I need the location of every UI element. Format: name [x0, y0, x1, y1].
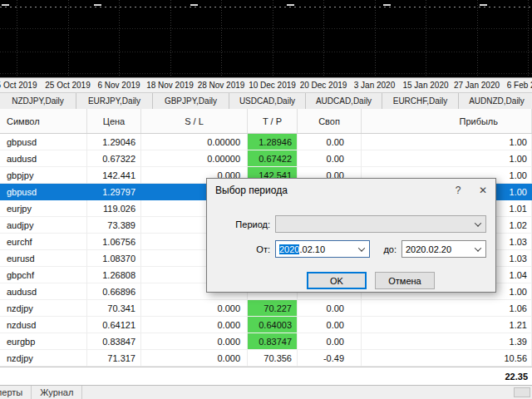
from-date-value: 2020.02.10	[276, 244, 325, 254]
selected-text: 2020	[279, 244, 299, 254]
axis-date-label: 6 Feb 2020	[507, 81, 532, 90]
from-date-rest: .02.10	[299, 244, 325, 254]
chart-period-tick	[480, 4, 487, 6]
table-row[interactable]: nzdjpy71.3170.00070.356-0.4910.56	[0, 350, 532, 367]
chart-gridline-vertical	[221, 0, 222, 77]
cell-symbol: nzdjpy	[0, 300, 87, 317]
price-chart[interactable]	[0, 0, 532, 77]
chart-gridline-vertical	[375, 0, 376, 77]
cell-symbol: gbpchf	[0, 267, 87, 283]
cell-profit: 10.56	[362, 350, 532, 367]
cell-price: 1.29046	[87, 134, 141, 150]
cell-price: 70.341	[87, 300, 141, 317]
dialog-titlebar[interactable]: Выбор периода ? ✕	[207, 179, 495, 201]
help-icon[interactable]: ?	[446, 179, 470, 201]
chart-tab[interactable]: USDCAD,Daily	[229, 93, 306, 109]
cell-swap: 0.00	[298, 333, 362, 350]
column-header-profit[interactable]: Прибыль	[362, 109, 532, 133]
axis-date-label: 5 Oct 2019	[0, 81, 37, 90]
column-header-sl[interactable]: S / L	[141, 109, 248, 133]
chart-gridline-horizontal	[0, 52, 532, 52]
chevron-down-icon[interactable]	[471, 242, 485, 256]
positions-table-header: СимволЦенаS / LT / PСвопПрибыль	[0, 109, 532, 134]
chart-gridline-horizontal	[0, 7, 532, 7]
cell-symbol: eurusd	[0, 250, 87, 267]
table-row[interactable]: nzdusd0.641210.0000.640030.001.21	[0, 317, 532, 333]
cell-price: 119.026	[87, 200, 141, 217]
cell-sl: 0.000	[141, 317, 248, 333]
axis-date-label: 27 Jan 2020	[454, 81, 500, 90]
table-row[interactable]: audusd0.673220.000000.674220.001.00	[0, 150, 532, 167]
table-row[interactable]: nzdjpy70.3410.00070.2270.001.06	[0, 300, 532, 317]
chart-period-tick	[190, 4, 198, 6]
chart-tab[interactable]: NZDJPY,Daily	[0, 93, 76, 109]
cell-profit: 1.21	[362, 317, 532, 333]
chevron-down-icon[interactable]	[355, 242, 368, 256]
from-date-input[interactable]: 2020.02.10	[275, 240, 370, 258]
cell-symbol: audusd	[0, 150, 87, 167]
cell-sl: 0.000	[141, 350, 248, 367]
chart-gridline-vertical	[119, 0, 120, 77]
to-label: до:	[370, 244, 401, 254]
cell-tp: 1.28946	[248, 134, 298, 150]
chart-tab[interactable]: AUDCAD,Daily	[306, 93, 382, 109]
close-icon[interactable]: ✕	[470, 179, 495, 201]
chart-tab[interactable]: GBPJPY,Daily	[153, 93, 229, 109]
cell-price: 1.06756	[87, 234, 141, 250]
chart-tab[interactable]: EURCHF,Daily	[382, 93, 459, 109]
cell-price: 0.83847	[87, 333, 141, 350]
table-row[interactable]: gbpusd1.290460.000001.289460.001.00	[0, 134, 532, 150]
chart-gridline-vertical	[477, 0, 478, 77]
column-header-symbol[interactable]: Символ	[0, 109, 87, 133]
table-row[interactable]: eurgbp0.838470.0000.837470.001.39	[0, 333, 532, 350]
chart-gridline-vertical	[528, 0, 529, 77]
to-date-input[interactable]: 2020.02.20	[401, 240, 486, 258]
cell-profit: 1.00	[362, 150, 532, 167]
chart-tabs-bar: NZDJPY,DailyEURJPY,DailyGBPJPY,DailyUSDC…	[0, 92, 532, 109]
cell-symbol: gbpjpy	[0, 167, 87, 184]
cell-price: 1.29797	[87, 184, 141, 200]
chart-gridline-horizontal	[0, 28, 532, 29]
total-profit: 22.35	[505, 372, 528, 382]
period-dropdown[interactable]	[275, 215, 486, 233]
total-row: 22.35	[0, 367, 532, 385]
cell-symbol: nzdusd	[0, 317, 87, 333]
chart-gridline-vertical	[323, 0, 324, 77]
column-header-tp[interactable]: T / P	[248, 109, 298, 133]
chart-tab[interactable]: EURJPY,Daily	[76, 93, 153, 109]
axis-date-label: 3 Jan 2020	[354, 81, 396, 90]
axis-date-label: 25 Oct 2019	[45, 81, 90, 90]
axis-date-label: 6 Nov 2019	[97, 81, 140, 90]
cell-profit: 1.06	[362, 300, 532, 317]
resize-grip[interactable]	[514, 387, 530, 397]
cell-tp: 70.356	[248, 350, 298, 367]
chart-date-axis: 5 Oct 201925 Oct 20196 Nov 201918 Nov 20…	[0, 77, 532, 92]
column-header-price[interactable]: Цена	[87, 109, 141, 133]
cell-price: 71.317	[87, 350, 141, 367]
chart-tab[interactable]: AUDNZD,Daily	[459, 93, 532, 109]
cell-sl: 0.00000	[141, 150, 248, 167]
ok-button[interactable]: OK	[307, 272, 367, 289]
chart-gridline-vertical	[273, 0, 273, 77]
cell-swap: 0.00	[298, 317, 362, 333]
cell-symbol: nzdjpy	[0, 350, 87, 367]
column-header-swap[interactable]: Своп	[298, 109, 362, 133]
period-label: Период:	[207, 219, 275, 229]
terminal-tab[interactable]: Журнал	[32, 386, 82, 399]
cell-symbol: eurjpy	[0, 200, 87, 217]
axis-date-label: 18 Nov 2019	[146, 81, 194, 90]
cell-profit: 1.00	[362, 134, 532, 150]
cancel-button[interactable]: Отмена	[375, 272, 435, 289]
cell-swap: 0.00	[298, 300, 362, 317]
terminal-tab[interactable]: Эксперты	[0, 386, 32, 399]
from-label: От:	[207, 244, 275, 254]
cell-tp: 0.83747	[248, 333, 298, 350]
chevron-down-icon[interactable]	[471, 217, 485, 231]
axis-date-label: 10 Dec 2019	[249, 81, 296, 90]
cell-price: 0.66896	[87, 283, 141, 300]
cell-price: 0.64121	[87, 317, 141, 333]
cell-price: 1.26808	[87, 267, 141, 283]
cell-symbol: eurchf	[0, 234, 87, 250]
cell-symbol: audjpy	[0, 217, 87, 234]
period-dialog: Выбор периода ? ✕ Период: От: 2020.02.10…	[206, 178, 496, 293]
